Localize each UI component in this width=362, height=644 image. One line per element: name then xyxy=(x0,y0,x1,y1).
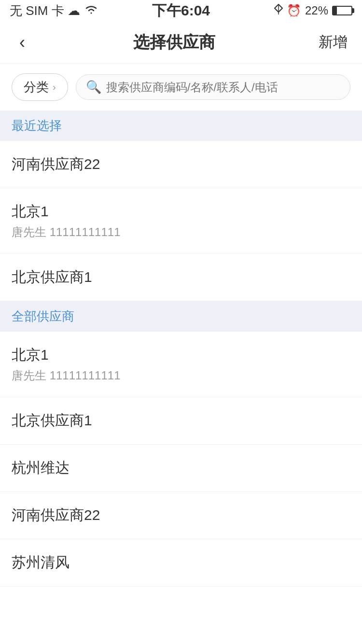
list-item[interactable]: 北京1唐先生 11111111111 xyxy=(0,332,362,397)
recent-section-header: 最近选择 xyxy=(0,111,362,141)
back-button[interactable]: ‹ xyxy=(14,28,30,57)
search-input[interactable] xyxy=(106,81,340,94)
chevron-right-icon: › xyxy=(53,82,56,93)
list-item[interactable]: 北京供应商1 xyxy=(0,397,362,445)
item-name: 北京1 xyxy=(12,345,350,365)
category-label: 分类 xyxy=(24,79,49,96)
item-sub: 唐先生 11111111111 xyxy=(12,224,350,240)
item-name: 河南供应商22 xyxy=(12,154,350,174)
sim-label: 无 SIM 卡 ☁ xyxy=(10,2,80,19)
battery-percent: 22% xyxy=(305,4,328,17)
list-item[interactable]: 河南供应商22 xyxy=(0,141,362,188)
all-items-list: 北京1唐先生 11111111111北京供应商1杭州维达河南供应商22苏州清风 xyxy=(0,332,362,587)
filter-bar: 分类 › 🔍 xyxy=(0,64,362,111)
item-name: 北京1 xyxy=(12,202,350,222)
item-name: 北京供应商1 xyxy=(12,411,350,431)
alarm-icon: ⏰ xyxy=(287,4,301,17)
add-new-button[interactable]: 新增 xyxy=(319,32,348,52)
wifi-icon xyxy=(84,3,98,18)
item-name: 苏州清风 xyxy=(12,553,350,573)
item-name: 北京供应商1 xyxy=(12,267,350,287)
status-bar: 无 SIM 卡 ☁ 下午6:04 ⏰ 22% xyxy=(0,0,362,21)
list-item[interactable]: 河南供应商22 xyxy=(0,492,362,539)
status-left: 无 SIM 卡 ☁ xyxy=(10,2,98,19)
list-item[interactable]: 杭州维达 xyxy=(0,445,362,492)
recent-items-list: 河南供应商22北京1唐先生 11111111111北京供应商1 xyxy=(0,141,362,301)
all-section-label: 全部供应商 xyxy=(12,309,74,323)
item-name: 河南供应商22 xyxy=(12,505,350,525)
list-item[interactable]: 北京1唐先生 11111111111 xyxy=(0,188,362,254)
item-sub: 唐先生 11111111111 xyxy=(12,368,350,383)
category-filter-button[interactable]: 分类 › xyxy=(12,73,68,101)
status-right: ⏰ 22% xyxy=(274,4,352,17)
list-item[interactable]: 北京供应商1 xyxy=(0,254,362,301)
status-time: 下午6:04 xyxy=(152,1,210,21)
battery-icon xyxy=(332,6,352,15)
recent-section-label: 最近选择 xyxy=(12,118,62,133)
search-box: 🔍 xyxy=(76,74,350,100)
list-item[interactable]: 苏州清风 xyxy=(0,539,362,587)
location-icon xyxy=(274,4,283,17)
item-name: 杭州维达 xyxy=(12,458,350,478)
search-icon: 🔍 xyxy=(86,80,101,95)
nav-bar: ‹ 选择供应商 新增 xyxy=(0,21,362,64)
all-section-header: 全部供应商 xyxy=(0,301,362,332)
page-title: 选择供应商 xyxy=(133,31,215,54)
